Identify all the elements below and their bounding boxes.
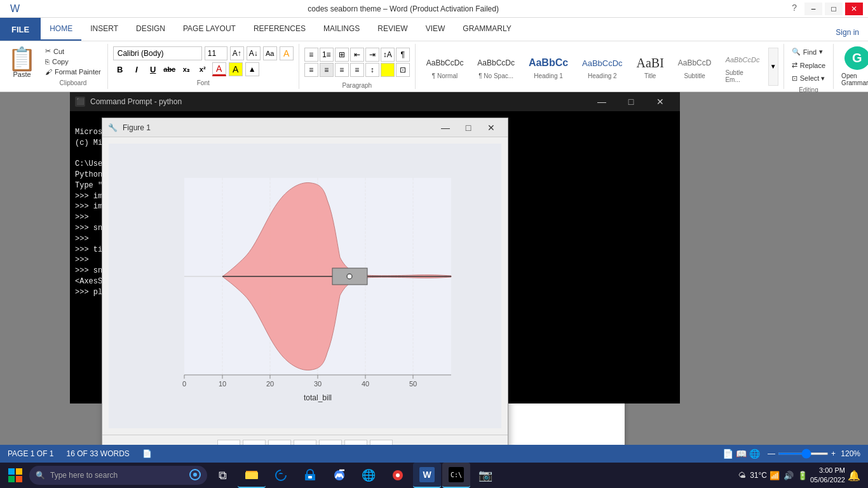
style-normal[interactable]: AaBbCcDc ¶ Normal — [421, 50, 470, 83]
copy-button[interactable]: ⎘ Copy — [44, 57, 102, 66]
taskbar-search[interactable]: 🔍 Type here to search — [29, 466, 207, 485]
style-title-preview: AaBI — [637, 53, 664, 72]
file-explorer-btn[interactable] — [238, 463, 266, 488]
figure-minimize-btn[interactable]: — — [434, 119, 457, 137]
figure-maximize-btn[interactable]: □ — [457, 119, 480, 137]
font-clear-btn[interactable]: A — [280, 46, 294, 60]
ribbon-content: 📋 Paste ✂ Cut ⎘ Copy 🖌 Format Painter Cl… — [0, 41, 868, 92]
zoom-slider[interactable] — [778, 452, 829, 455]
find-label: Find — [803, 48, 817, 56]
font-color-btn[interactable]: A — [212, 62, 226, 76]
style-subtitle[interactable]: AaBbCcD Subtitle — [672, 50, 717, 83]
shading-para-btn[interactable] — [381, 63, 395, 77]
style-no-spacing[interactable]: AaBbCcDc ¶ No Spac... — [471, 50, 520, 83]
style-heading2[interactable]: AaBbCcDc Heading 2 — [576, 50, 628, 83]
word-btn[interactable]: W — [413, 463, 441, 488]
tab-grammarly[interactable]: GRAMMARLY — [454, 18, 520, 41]
cmd-maximize-btn[interactable]: □ — [616, 92, 646, 111]
word-taskbar-icon: W — [419, 467, 435, 482]
style-subtleem-label: Subtle Em... — [725, 69, 759, 83]
cut-button[interactable]: ✂ Cut — [44, 46, 102, 56]
svg-text:30: 30 — [314, 380, 322, 388]
bullets-btn[interactable]: ≡ — [304, 48, 318, 62]
style-heading1[interactable]: AaBbCc Heading 1 — [523, 50, 574, 83]
borders-btn[interactable]: ⊡ — [396, 63, 410, 77]
weather-temp: 31°C — [750, 471, 767, 480]
window-title: codes seaborn theme – Word (Product Acti… — [20, 4, 787, 13]
highlight-btn[interactable]: A — [229, 62, 243, 76]
find-button[interactable]: 🔍 Find ▾ — [789, 46, 828, 57]
close-btn[interactable]: ✕ — [845, 3, 863, 15]
style-subtitle-preview: AaBbCcD — [678, 53, 712, 72]
task-view-btn[interactable]: ⧉ — [208, 463, 236, 488]
minimize-btn[interactable]: – — [804, 3, 822, 15]
web-layout-btn[interactable]: 🌐 — [749, 449, 760, 459]
grammarly-icon[interactable]: G — [844, 46, 868, 70]
strikethrough-button[interactable]: abc — [163, 62, 177, 76]
style-title[interactable]: AaBI Title — [631, 50, 670, 83]
subscript-button[interactable]: x₂ — [179, 62, 193, 76]
font-case-btn[interactable]: Aa — [263, 46, 277, 60]
indent-decrease-btn[interactable]: ⇤ — [350, 48, 364, 62]
tab-page-layout[interactable]: PAGE LAYOUT — [174, 18, 245, 41]
zoom-out-btn[interactable]: — — [768, 449, 775, 458]
tab-home[interactable]: HOME — [41, 18, 81, 41]
bold-button[interactable]: B — [113, 62, 127, 76]
numbering-btn[interactable]: 1≡ — [320, 48, 334, 62]
select-button[interactable]: ⊡ Select ▾ — [789, 73, 828, 84]
volume-icon[interactable]: 🔊 — [783, 471, 794, 480]
help-btn[interactable]: ? — [787, 3, 802, 15]
font-increase-btn[interactable]: A↑ — [230, 46, 244, 60]
zoom-in-btn[interactable]: + — [831, 449, 836, 458]
tab-mailings[interactable]: MAILINGS — [315, 18, 369, 41]
cmd-minimize-btn[interactable]: — — [587, 92, 616, 111]
indent-increase-btn[interactable]: ⇥ — [365, 48, 379, 62]
taskbar-time[interactable]: 3:00 PM 05/06/2022 — [810, 466, 845, 485]
justify-btn[interactable]: ≡ — [350, 63, 364, 77]
chrome2-btn[interactable] — [384, 463, 412, 488]
network-icon[interactable]: 📶 — [770, 471, 780, 480]
figure-window[interactable]: 🔧 Figure 1 — □ ✕ — [102, 118, 508, 467]
superscript-button[interactable]: x² — [196, 62, 210, 76]
start-button[interactable] — [3, 463, 28, 488]
print-layout-btn[interactable]: 📄 — [722, 449, 733, 459]
photo-btn[interactable]: 📷 — [471, 463, 499, 488]
tab-review[interactable]: REVIEW — [369, 18, 416, 41]
chrome1-btn[interactable] — [325, 463, 353, 488]
shading-btn[interactable]: ▲ — [245, 62, 259, 76]
notification-btn[interactable]: 🔔 — [848, 470, 860, 482]
styles-scroll-btn[interactable]: ▼ — [768, 48, 778, 86]
underline-button[interactable]: U — [146, 62, 160, 76]
store-btn[interactable] — [296, 463, 324, 488]
cmd-close-btn[interactable]: ✕ — [646, 92, 675, 111]
show-hide-btn[interactable]: ¶ — [396, 48, 410, 62]
align-right-btn[interactable]: ≡ — [335, 63, 349, 77]
figure-icon: 🔧 — [107, 123, 118, 133]
read-mode-btn[interactable]: 📖 — [736, 449, 747, 459]
tab-references[interactable]: REFERENCES — [245, 18, 315, 41]
align-left-btn[interactable]: ≡ — [304, 63, 318, 77]
align-center-btn[interactable]: ≡ — [320, 63, 334, 77]
multilevel-btn[interactable]: ⊞ — [335, 48, 349, 62]
maximize-btn[interactable]: □ — [825, 3, 843, 15]
browser2-btn[interactable]: 🌐 — [355, 463, 383, 488]
tab-insert[interactable]: INSERT — [81, 18, 127, 41]
edge-btn[interactable] — [267, 463, 295, 488]
tab-file[interactable]: FILE — [0, 18, 41, 41]
sort-btn[interactable]: ↕A — [381, 48, 395, 62]
tab-view[interactable]: VIEW — [417, 18, 454, 41]
replace-button[interactable]: ⇄ Replace — [789, 60, 828, 71]
font-name-input[interactable] — [113, 46, 202, 60]
figure-close-btn[interactable]: ✕ — [480, 119, 503, 137]
svg-text:50: 50 — [409, 380, 417, 388]
italic-button[interactable]: I — [130, 62, 144, 76]
cmd-btn[interactable]: C:\ — [442, 463, 470, 488]
style-subtle-em[interactable]: AaBbCcDc Subtle Em... — [719, 47, 765, 86]
font-size-input[interactable] — [205, 46, 227, 60]
format-painter-button[interactable]: 🖌 Format Painter — [44, 67, 102, 76]
paste-button[interactable]: 📋 Paste — [5, 46, 39, 86]
line-spacing-btn[interactable]: ↕ — [365, 63, 379, 77]
sign-in-btn[interactable]: Sign in — [827, 24, 868, 41]
tab-design[interactable]: DESIGN — [127, 18, 174, 41]
font-decrease-btn[interactable]: A↓ — [247, 46, 261, 60]
